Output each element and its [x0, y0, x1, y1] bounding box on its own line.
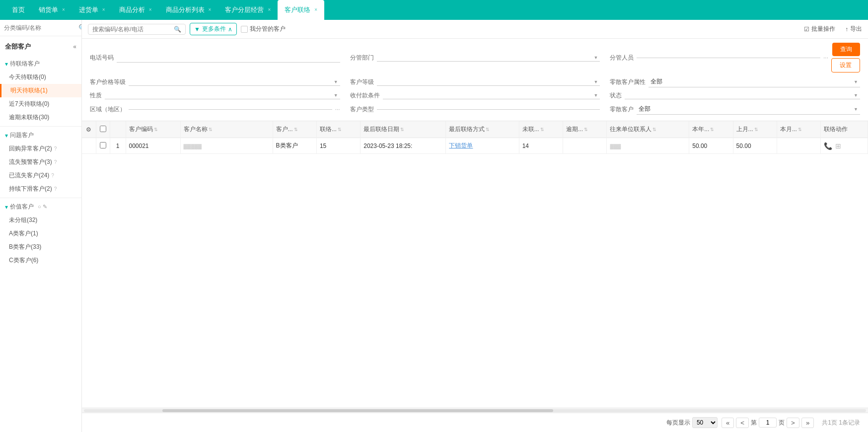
- table-header: ⚙ 客户编码⇅ 客户名称⇅ 客户...⇅ 联络...⇅ 最后联络日期⇅ 最后联络…: [82, 121, 868, 138]
- sidebar-item-declining[interactable]: 持续下滑客户(2) ?: [0, 182, 81, 196]
- sidebar-item-today-pending[interactable]: 今天待联络(0): [0, 71, 81, 84]
- filter-phone-input[interactable]: [117, 53, 340, 63]
- filter-dept-select[interactable]: ▼: [377, 54, 600, 62]
- query-button[interactable]: 查询: [832, 43, 860, 56]
- th-contact[interactable]: 联络...⇅: [316, 121, 360, 138]
- nav-sales[interactable]: 销货单 ×: [32, 0, 72, 20]
- my-customers-checkbox-area[interactable]: 我分管的客户: [241, 25, 286, 33]
- sidebar-pending-group[interactable]: 待联络客户: [0, 57, 81, 71]
- region-dots[interactable]: ···: [335, 106, 340, 113]
- th-code[interactable]: 客户编码⇅: [126, 121, 180, 138]
- action-phone-icon[interactable]: 📞: [824, 142, 832, 150]
- last-page-button[interactable]: »: [801, 418, 814, 428]
- th-settings[interactable]: ⚙: [82, 121, 96, 138]
- filter-status-label: 状态: [610, 91, 622, 100]
- td-check[interactable]: [96, 138, 110, 154]
- nav-customer-contact[interactable]: 客户联络 ×: [278, 0, 324, 20]
- last-method-link[interactable]: 下销货单: [449, 142, 473, 149]
- next-page-button[interactable]: >: [787, 418, 799, 428]
- my-customers-checkbox[interactable]: [241, 26, 248, 33]
- first-page-button[interactable]: «: [722, 418, 734, 428]
- nav-customer-tier[interactable]: 客户分层经营 ×: [218, 0, 278, 20]
- td-settings: [82, 138, 96, 154]
- filter-status-select[interactable]: ▼: [625, 92, 860, 99]
- sidebar-all-customers[interactable]: 全部客户 «: [0, 39, 81, 54]
- close-product-analysis-list-icon[interactable]: ×: [209, 0, 212, 20]
- th-overdue[interactable]: 逾期...⇅: [563, 121, 607, 138]
- export-icon: ↑: [845, 26, 848, 33]
- th-this-year[interactable]: 本年...⇅: [689, 121, 733, 138]
- pagination: 每页显示 50 100 200 « < 第 页 > » 共1页 1条记录: [82, 413, 868, 432]
- nav-product-analysis[interactable]: 商品分析 ×: [112, 0, 159, 20]
- th-unit-contact[interactable]: 往来单位联系人⇅: [607, 121, 689, 138]
- th-last-month[interactable]: 上月...⇅: [733, 121, 777, 138]
- td-action: 📞 ⊞: [821, 138, 868, 154]
- th-no-contact[interactable]: 未联...⇅: [519, 121, 563, 138]
- th-type[interactable]: 客户...⇅: [273, 121, 316, 138]
- filter-payment-select[interactable]: ▼: [383, 92, 600, 99]
- sidebar-item-class-a[interactable]: A类客户(1): [0, 227, 81, 240]
- row-checkbox[interactable]: [100, 142, 106, 148]
- filter-search-icon[interactable]: 🔍: [174, 26, 181, 33]
- filter-payment-label: 收付款条件: [350, 91, 380, 100]
- td-no-contact: 14: [519, 138, 563, 154]
- filter-retail-customer-select[interactable]: 全部 ▼: [637, 104, 860, 115]
- td-last-method[interactable]: 下销货单: [446, 138, 519, 154]
- this-year-sort-icon: ⇅: [710, 127, 714, 132]
- sidebar-item-7days-pending[interactable]: 近7天待联络(0): [0, 97, 81, 111]
- filter-nature-select[interactable]: ▼: [105, 92, 340, 99]
- batch-ops-button[interactable]: ☑ 批量操作: [804, 25, 835, 33]
- sidebar-search-input[interactable]: [4, 24, 78, 31]
- filter-search-input[interactable]: [92, 26, 172, 33]
- current-page-input[interactable]: [759, 418, 777, 428]
- manager-dots[interactable]: ···: [823, 54, 828, 61]
- sidebar-problem-group[interactable]: 问题客户: [0, 129, 81, 142]
- settings-icon[interactable]: ⚙: [86, 126, 91, 133]
- th-check[interactable]: [96, 121, 110, 138]
- set-button[interactable]: 设置: [831, 58, 860, 72]
- sidebar-item-ungrouped[interactable]: 未分组(32): [0, 214, 81, 227]
- filter-customer-level-label: 客户等级: [350, 78, 374, 86]
- sidebar-item-churn-warning[interactable]: 流失预警客户(3) ?: [0, 155, 81, 169]
- close-sales-icon[interactable]: ×: [62, 0, 65, 20]
- filter-retail-attr-select[interactable]: 全部 ▼: [649, 76, 860, 87]
- nav-product-analysis-list[interactable]: 商品分析列表 ×: [159, 0, 218, 20]
- th-last-contact-method[interactable]: 最后联络方式⇅: [446, 121, 519, 138]
- sidebar-item-class-b[interactable]: B类客户(33): [0, 240, 81, 254]
- prev-page-button[interactable]: <: [736, 418, 749, 428]
- table-row: 1 000021 ▓▓▓▓▓ B类客户 15 2023-05-23 18:25:…: [82, 138, 868, 154]
- th-last-contact-date[interactable]: 最后联络日期⇅: [361, 121, 446, 138]
- action-grid-icon[interactable]: ⊞: [835, 142, 841, 150]
- horizontal-scrollbar[interactable]: [82, 408, 868, 413]
- sidebar-search-icon[interactable]: 🔍: [78, 24, 82, 32]
- page-size-select[interactable]: 50 100 200: [692, 417, 718, 428]
- filter-price-level-select[interactable]: ▼: [129, 78, 340, 86]
- sidebar-item-abnormal-repurchase[interactable]: 回购异常客户(2) ?: [0, 142, 81, 155]
- nav-home[interactable]: 首页: [5, 0, 32, 20]
- th-name[interactable]: 客户名称⇅: [180, 121, 273, 138]
- nature-arrow-icon: ▼: [334, 93, 338, 98]
- scroll-thumb[interactable]: [162, 409, 554, 412]
- select-all-checkbox[interactable]: [100, 126, 106, 132]
- filter-manager: 分管人员 ··· 查询 设置: [610, 43, 860, 72]
- nav-purchase[interactable]: 进货单 ×: [72, 0, 112, 20]
- sidebar-item-overdue-pending[interactable]: 逾期未联络(30): [0, 111, 81, 124]
- sidebar-value-group[interactable]: 价值客户 ○ ✎: [0, 200, 81, 214]
- th-this-month[interactable]: 本月...⇅: [777, 121, 820, 138]
- close-product-analysis-icon[interactable]: ×: [149, 0, 152, 20]
- sidebar-collapse-icon[interactable]: «: [73, 43, 76, 50]
- close-customer-tier-icon[interactable]: ×: [268, 0, 271, 20]
- more-filters-button[interactable]: ▼ 更多条件 ∧: [190, 23, 237, 35]
- filter-customer-level-select[interactable]: ▼: [377, 78, 600, 86]
- sidebar-item-tomorrow-pending[interactable]: 明天待联络(1): [0, 84, 81, 97]
- export-button[interactable]: ↑ 导出: [845, 25, 862, 33]
- close-customer-contact-icon[interactable]: ×: [314, 0, 317, 20]
- td-this-year: 50.00: [689, 138, 733, 154]
- filter-price-level: 客户价格等级 ▼: [90, 78, 340, 86]
- sidebar-item-class-c[interactable]: C类客户(6): [0, 254, 81, 267]
- filter-dept: 分管部门 ▼: [350, 54, 600, 62]
- close-purchase-icon[interactable]: ×: [102, 0, 105, 20]
- price-level-arrow-icon: ▼: [334, 79, 338, 84]
- unit-contact-sort-icon: ⇅: [652, 127, 656, 132]
- sidebar-item-churned[interactable]: 已流失客户(24) ?: [0, 169, 81, 182]
